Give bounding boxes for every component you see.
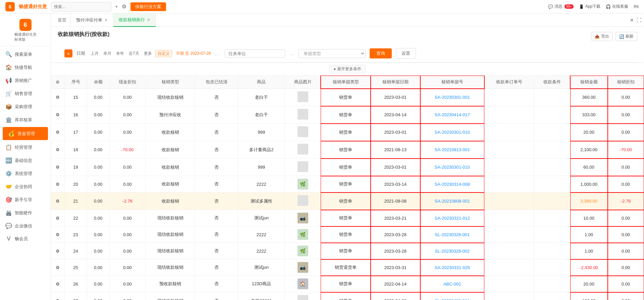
verify-no-link[interactable]: SA-20230321-012	[435, 216, 470, 221]
verify-no-link[interactable]: SA-20210808-001	[435, 199, 470, 204]
sidebar-item-collab[interactable]: 🤝 企业协同	[0, 180, 51, 193]
table-cell: 0.00	[87, 276, 109, 292]
table-cell: 22	[64, 210, 87, 226]
sidebar-item-sales[interactable]: 🛒 销售管理	[0, 87, 51, 100]
app-download-link[interactable]: 📱 App下载	[579, 4, 600, 9]
sidebar-item-hardware[interactable]: 🖨️ 智能硬件	[0, 206, 51, 219]
row-settings[interactable]: ⚙	[51, 226, 64, 243]
sidebar-item-marketing[interactable]: 📢 营销推广	[0, 74, 51, 87]
sidebar-item-finance[interactable]: 💰 资金管理	[3, 127, 48, 140]
sidebar-item-wechat[interactable]: 💬 企业微信	[0, 219, 51, 232]
row-settings[interactable]: ⚙	[51, 106, 64, 124]
sidebar-item-basic[interactable]: 🔤 基础信息	[0, 154, 51, 167]
row-settings[interactable]: ⚙	[51, 141, 64, 159]
verify-no-link[interactable]: SL-20230328-001	[435, 232, 470, 237]
sidebar-item-member[interactable]: V 畅会员	[0, 232, 51, 245]
table-cell: 2022-04-14	[371, 276, 420, 292]
verify-no-link[interactable]: SL-20230408-001	[435, 298, 470, 300]
bill-type-select[interactable]: 单据类型	[299, 49, 366, 58]
table-cell: 否	[195, 243, 238, 259]
table-cell: 测试jun	[238, 210, 285, 226]
table-cell	[534, 259, 570, 276]
tab-verify-close[interactable]: ✕	[147, 17, 150, 22]
export-button[interactable]: 📤 导出	[591, 32, 613, 41]
verify-no-link[interactable]: SA-20230314-008	[435, 182, 470, 187]
partner-input[interactable]	[225, 49, 285, 58]
page-actions: 📤 导出 🔄 刷新	[591, 32, 637, 41]
verify-no-link[interactable]: SL-20230328-002	[435, 249, 470, 254]
industry-solution-button[interactable]: 休验行业方案	[130, 2, 166, 11]
expand-more-button[interactable]: ▾ 展开更多条件	[329, 65, 366, 73]
user-name[interactable]: Rit	[634, 4, 639, 9]
sidebar-item-search[interactable]: 🔍 搜索菜单	[0, 48, 51, 61]
sidebar-item-guide[interactable]: 🎯 新手引导	[0, 193, 51, 206]
table-cell: -2.76	[109, 192, 146, 210]
tab-expand[interactable]: ⛶	[637, 17, 641, 23]
date-this-year[interactable]: 本年	[115, 50, 125, 57]
sidebar-item-shortcut[interactable]: 🏠 快捷导航	[0, 61, 51, 74]
filter-toggle-button[interactable]: »	[64, 49, 72, 57]
date-this-month[interactable]: 本月	[102, 50, 113, 57]
row-settings[interactable]: ⚙	[51, 192, 64, 210]
verify-no-link[interactable]: SA-20230301-010	[435, 165, 470, 170]
row-settings[interactable]: ⚙	[51, 159, 64, 176]
tab-close-all[interactable]: ✕	[630, 17, 634, 23]
top-search-input[interactable]	[51, 2, 111, 11]
tab-verify[interactable]: 收款核销执行 ✕	[113, 13, 156, 27]
tab-prepay-label: 预付冲应付单	[76, 17, 102, 23]
sidebar-item-inventory[interactable]: 🏛️ 库存核算	[0, 113, 51, 126]
dropdown-icon[interactable]: ▾	[115, 4, 118, 9]
row-settings[interactable]: ⚙	[51, 89, 64, 106]
date-7days[interactable]: 近7天	[127, 50, 141, 57]
product-image-cell: 🏠	[285, 276, 321, 292]
row-settings[interactable]: ⚙	[51, 210, 64, 226]
row-settings[interactable]: ⚙	[51, 276, 64, 292]
sidebar-label-collab: 企业协同	[15, 184, 32, 190]
row-settings[interactable]: ⚙	[51, 292, 64, 300]
table-cell: 999	[238, 159, 285, 176]
table-cell: 2023-04-08	[371, 292, 420, 300]
table-cell: 否	[195, 106, 238, 124]
refresh-button[interactable]: 🔄 刷新	[615, 32, 637, 41]
sidebar-item-management[interactable]: 📋 经营管理	[0, 141, 51, 154]
table-cell: 2023-03-01	[371, 89, 420, 106]
table-cell: 15	[64, 89, 87, 106]
table-cell: 0.00	[109, 292, 146, 300]
date-last-month[interactable]: 上月	[89, 50, 100, 57]
date-more[interactable]: 更多	[143, 50, 153, 57]
message-area[interactable]: 💬 消息 99+	[548, 4, 574, 9]
row-settings[interactable]: ⚙	[51, 124, 64, 141]
verify-no-link[interactable]: SA-20230331-026	[435, 265, 470, 270]
row-settings[interactable]: ⚙	[51, 259, 64, 276]
table-cell	[534, 176, 570, 192]
tab-prepay-close[interactable]: ✕	[104, 18, 108, 23]
verify-no-link[interactable]: SA-20230301-001	[435, 95, 470, 100]
expand-label: 展开更多条件	[337, 66, 361, 72]
sidebar-item-system[interactable]: ⚙️ 系统管理	[0, 167, 51, 180]
table-cell: 0.00	[87, 192, 109, 210]
expand-bar: ▾ 展开更多条件	[51, 63, 644, 76]
tab-prepay[interactable]: 预付冲应付单 ✕	[71, 13, 113, 27]
filter-settings-button[interactable]: 设置	[396, 48, 416, 59]
sidebar-label-search: 搜索菜单	[15, 51, 32, 57]
query-button[interactable]: 查询	[370, 48, 392, 58]
settings-icon[interactable]: ⚙	[122, 3, 126, 10]
verify-no-link[interactable]: SA-20210813-001	[435, 147, 470, 152]
verify-no-link[interactable]: SA-20230414-017	[435, 112, 470, 117]
row-settings[interactable]: ⚙	[51, 243, 64, 259]
th-included-settled: 包含已结清	[195, 76, 238, 89]
verify-no-link[interactable]: ABC-001	[443, 282, 461, 287]
refresh-icon: 🔄	[619, 34, 624, 39]
table-cell: 否	[195, 89, 238, 106]
date-links: 上月 本月 本年 近7天 更多 自定义	[89, 50, 172, 57]
table-container[interactable]: ⚙ 序号 余额 现金折扣 核销类型 包含已结清 商品 商品图片 核销单据类型 核…	[51, 76, 644, 300]
tab-home[interactable]: 首页	[54, 13, 71, 27]
verify-no-link[interactable]: SA-20230301-010	[435, 130, 470, 135]
table-cell: SA-20230301-010	[420, 124, 484, 141]
online-service-link[interactable]: 🎧 在线客服	[606, 4, 628, 9]
th-settings[interactable]: ⚙	[51, 76, 64, 89]
table-cell: 销货单	[321, 292, 370, 300]
date-custom[interactable]: 自定义	[155, 50, 172, 57]
sidebar-item-purchase[interactable]: 📦 采购管理	[0, 100, 51, 113]
row-settings[interactable]: ⚙	[51, 176, 64, 192]
